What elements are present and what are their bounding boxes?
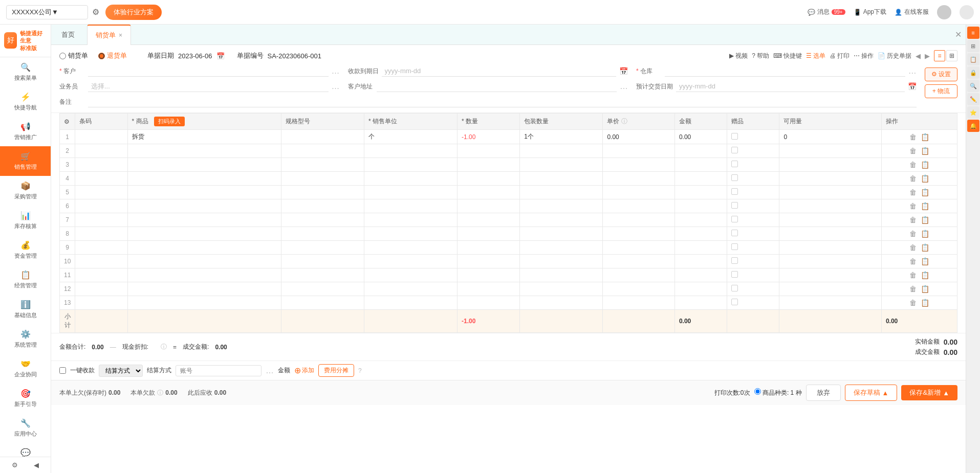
row-qty[interactable]	[458, 199, 520, 213]
row-spec[interactable]	[281, 144, 364, 158]
row-unit[interactable]	[364, 199, 457, 213]
copy-row-btn[interactable]: 📋	[921, 271, 929, 279]
delete-row-btn[interactable]: 🗑	[909, 285, 917, 293]
row-product[interactable]	[127, 255, 281, 268]
gift-checkbox[interactable]	[731, 271, 738, 278]
delete-row-btn[interactable]: 🗑	[909, 299, 917, 307]
sidebar-item-quicknav[interactable]: ⚡ 快捷导航	[0, 87, 51, 117]
row-gift[interactable]	[727, 130, 779, 144]
row-unit-price[interactable]	[603, 227, 675, 241]
row-barcode[interactable]	[75, 158, 127, 172]
right-panel-btn-7[interactable]: 🔔	[967, 120, 979, 132]
sidebar-item-management[interactable]: 📋 经营管理	[0, 265, 51, 295]
delete-row-btn[interactable]: 🗑	[909, 147, 917, 155]
copy-row-btn[interactable]: 📋	[921, 133, 929, 141]
row-gift[interactable]	[727, 255, 779, 268]
copy-row-btn[interactable]: 📋	[921, 216, 929, 224]
toolbar-help[interactable]: ? 帮助	[752, 52, 769, 60]
row-barcode[interactable]	[75, 144, 127, 158]
settings-bottom-icon[interactable]: ⚙	[12, 461, 18, 469]
row-pack-qty[interactable]	[520, 227, 603, 241]
copy-row-btn[interactable]: 📋	[921, 230, 929, 238]
row-spec[interactable]	[281, 296, 364, 310]
toolbar-print[interactable]: 🖨 打印	[830, 52, 850, 60]
row-unit-price[interactable]	[603, 172, 675, 186]
row-amount[interactable]	[674, 241, 727, 255]
row-amount[interactable]	[674, 296, 727, 310]
view-grid-btn[interactable]: ⊞	[946, 50, 957, 61]
toolbar-video[interactable]: ▶ 视频	[729, 52, 748, 60]
row-pack-qty[interactable]	[520, 296, 603, 310]
row-pack-qty[interactable]	[520, 172, 603, 186]
gift-checkbox[interactable]	[731, 257, 738, 264]
row-spec[interactable]	[281, 130, 364, 144]
row-pack-qty[interactable]	[520, 199, 603, 213]
row-spec[interactable]	[281, 227, 364, 241]
one-click-checkbox[interactable]	[59, 367, 66, 374]
customer-input[interactable]	[88, 65, 329, 77]
row-unit[interactable]	[364, 186, 457, 199]
row-product[interactable]	[127, 213, 281, 227]
col-settings[interactable]: ⚙	[60, 114, 75, 130]
row-qty[interactable]	[458, 158, 520, 172]
row-unit[interactable]	[364, 268, 457, 282]
gift-checkbox[interactable]	[731, 299, 738, 305]
row-amount[interactable]	[674, 268, 727, 282]
logistics-btn[interactable]: + 物流	[925, 84, 957, 98]
right-panel-btn-1[interactable]: ⊞	[967, 40, 979, 52]
warehouse-dots[interactable]: …	[908, 66, 917, 76]
row-product[interactable]	[127, 158, 281, 172]
product-types-radio[interactable]	[754, 388, 761, 395]
copy-row-btn[interactable]: 📋	[921, 299, 929, 307]
row-qty[interactable]	[458, 268, 520, 282]
row-barcode[interactable]	[75, 172, 127, 186]
discard-btn[interactable]: 放弃	[806, 385, 841, 401]
row-barcode[interactable]	[75, 186, 127, 199]
row-gift[interactable]	[727, 241, 779, 255]
right-panel-btn-0[interactable]: ≡	[967, 27, 979, 39]
row-gift[interactable]	[727, 227, 779, 241]
row-pack-qty[interactable]	[520, 158, 603, 172]
toolbar-shortcut[interactable]: ⌨ 快捷键	[773, 52, 802, 60]
right-panel-btn-6[interactable]: ⭐	[967, 106, 979, 119]
copy-row-btn[interactable]: 📋	[921, 147, 929, 155]
row-unit-price[interactable]	[603, 255, 675, 268]
gift-checkbox[interactable]	[731, 147, 738, 153]
sidebar-item-basic[interactable]: ℹ️ 基础信息	[0, 295, 51, 324]
sidebar-item-guide[interactable]: 🎯 新手引导	[0, 384, 51, 413]
sidebar-item-inventory[interactable]: 📊 库存核算	[0, 206, 51, 235]
row-spec[interactable]	[281, 268, 364, 282]
sidebar-item-purchase[interactable]: 📦 采购管理	[0, 176, 51, 206]
row-unit[interactable]	[364, 296, 457, 310]
row-gift[interactable]	[727, 213, 779, 227]
gift-checkbox[interactable]	[731, 285, 738, 291]
close-window-icon[interactable]: ✕	[955, 30, 962, 39]
delete-row-btn[interactable]: 🗑	[909, 271, 917, 279]
row-spec[interactable]	[281, 186, 364, 199]
sidebar-item-apps[interactable]: 🔧 应用中心	[0, 413, 51, 443]
delete-row-btn[interactable]: 🗑	[909, 230, 917, 238]
row-unit-price[interactable]	[603, 213, 675, 227]
radio-sales-label[interactable]: 销货单	[59, 51, 88, 60]
row-product[interactable]	[127, 199, 281, 213]
copy-row-btn[interactable]: 📋	[921, 161, 929, 169]
row-unit-price[interactable]: 0.00	[603, 130, 675, 144]
sidebar-item-collab[interactable]: 🤝 企业协同	[0, 354, 51, 384]
right-panel-btn-4[interactable]: 🔍	[967, 80, 979, 92]
row-gift[interactable]	[727, 199, 779, 213]
avatar[interactable]	[937, 5, 951, 19]
customer-addr-input[interactable]	[377, 81, 617, 92]
row-product[interactable]	[127, 186, 281, 199]
expected-date-calendar-icon[interactable]: 📅	[908, 82, 917, 91]
calendar-icon[interactable]: 📅	[216, 52, 225, 60]
row-gift[interactable]	[727, 144, 779, 158]
copy-row-btn[interactable]: 📋	[921, 188, 929, 196]
row-barcode[interactable]	[75, 130, 127, 144]
row-pack-qty[interactable]	[520, 213, 603, 227]
delete-row-btn[interactable]: 🗑	[909, 243, 917, 252]
tab-home[interactable]: 首页	[51, 25, 85, 45]
row-qty[interactable]	[458, 255, 520, 268]
row-spec[interactable]	[281, 158, 364, 172]
row-spec[interactable]	[281, 213, 364, 227]
row-gift[interactable]	[727, 268, 779, 282]
